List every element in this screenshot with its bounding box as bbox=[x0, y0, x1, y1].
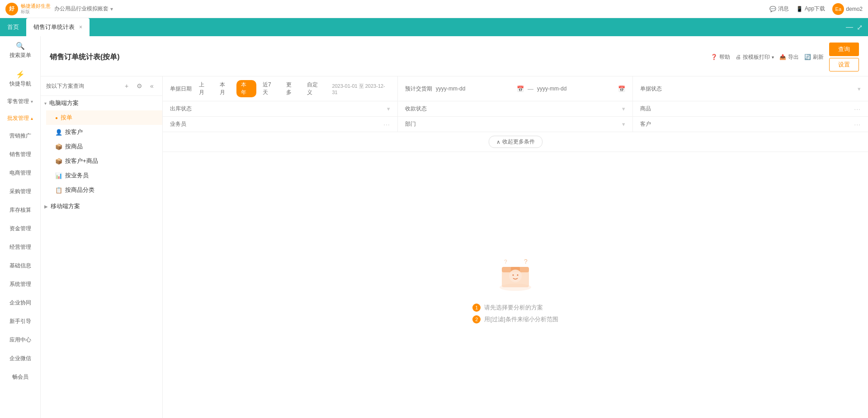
date-btn-last-month[interactable]: 上月 bbox=[195, 80, 213, 97]
calendar-end-icon[interactable]: 📅 bbox=[618, 86, 625, 92]
user-menu[interactable]: Ea demo2 bbox=[832, 3, 863, 15]
sidebar-item-enterprise[interactable]: 企业协同 bbox=[0, 294, 40, 312]
status-chevron-down-icon[interactable]: ▾ bbox=[858, 86, 861, 92]
filter-cell-salesperson: 业务员 ··· bbox=[163, 117, 398, 132]
sidebar-item-inventory[interactable]: 库存核算 bbox=[0, 201, 40, 219]
window-minimize-icon[interactable]: — bbox=[846, 23, 853, 31]
tree-customer-icon: 👤 bbox=[55, 129, 62, 136]
filter-cell-payment: 收款状态 ▾ bbox=[398, 101, 633, 116]
collapse-button[interactable]: ∧ 收起更多条件 bbox=[489, 136, 542, 148]
salesperson-input[interactable] bbox=[190, 121, 380, 128]
left-panel-header: 按以下方案查询 + ⚙ « bbox=[41, 76, 162, 96]
date-btn-last7[interactable]: 近7天 bbox=[259, 80, 280, 97]
product-more-icon[interactable]: ··· bbox=[854, 105, 861, 113]
tip-2-num: 2 bbox=[472, 315, 481, 323]
customer-more-icon[interactable]: ··· bbox=[854, 121, 861, 128]
left-panel: 按以下方案查询 + ⚙ « ▾ 电脑端方案 ● 按单 👤 bbox=[41, 76, 163, 418]
sidebar-item-sales[interactable]: 销售管理 bbox=[0, 145, 40, 164]
tree-item-by-order[interactable]: ● 按单 bbox=[46, 110, 162, 125]
sidebar-item-quick-nav[interactable]: ⚡ 快捷导航 bbox=[0, 65, 40, 93]
sidebar-item-purchase[interactable]: 采购管理 bbox=[0, 182, 40, 201]
filter-cell-date: 单据日期 上月 本月 本年 近7天 更多 自定义 2023-01-01 至 20… bbox=[163, 76, 398, 101]
message-button[interactable]: 💬 消息 bbox=[769, 5, 789, 13]
export-button[interactable]: 📤 导出 bbox=[779, 53, 799, 61]
sidebar-item-ecommerce[interactable]: 电商管理 bbox=[0, 164, 40, 182]
panels-row: 按以下方案查询 + ⚙ « ▾ 电脑端方案 ● 按单 👤 bbox=[41, 76, 868, 418]
customer-input[interactable] bbox=[655, 121, 850, 128]
payment-chevron-down-icon[interactable]: ▾ bbox=[622, 105, 625, 112]
help-button[interactable]: ❓ 帮助 bbox=[711, 53, 730, 61]
sidebar-item-member[interactable]: 畅会员 bbox=[0, 368, 40, 386]
tree-item-by-product[interactable]: 📦 按商品 bbox=[46, 139, 162, 154]
expected-date-start-input[interactable] bbox=[436, 86, 513, 92]
print-button[interactable]: 🖨 按模板打印 ▾ bbox=[736, 53, 774, 61]
delivery-chevron-down-icon[interactable]: ▾ bbox=[387, 105, 390, 112]
sidebar-item-newbie[interactable]: 新手引导 bbox=[0, 312, 40, 331]
search-button[interactable]: 查询 bbox=[829, 43, 859, 56]
department-chevron-down-icon[interactable]: ▾ bbox=[622, 121, 625, 128]
settings-button[interactable]: 设置 bbox=[829, 58, 859, 71]
svg-point-4 bbox=[509, 270, 522, 282]
tab-home[interactable]: 首页 bbox=[0, 18, 26, 36]
svg-point-5 bbox=[513, 275, 514, 276]
sidebar-item-system[interactable]: 系统管理 bbox=[0, 275, 40, 294]
empty-tip-2: 2 用[过滤]条件来缩小分析范围 bbox=[472, 315, 558, 323]
filter-area: 单据日期 上月 本月 本年 近7天 更多 自定义 2023-01-01 至 20… bbox=[163, 76, 868, 152]
date-range-text: 2023-01-01 至 2023-12-31 bbox=[332, 83, 390, 95]
tab-sales-order-stats[interactable]: 销售订单统计表 × bbox=[26, 18, 90, 36]
filter-row-3: 业务员 ··· 部门 ▾ 客户 ··· bbox=[163, 117, 868, 132]
top-bar: 好 畅捷通好生意 标版 办公用品行业模拟账套 ▾ 💬 消息 📱 App下载 Ea… bbox=[0, 0, 868, 18]
collapse-panel-icon[interactable]: « bbox=[147, 81, 157, 91]
filter-cell-customer: 客户 ··· bbox=[633, 117, 868, 132]
refresh-button[interactable]: 🔄 刷新 bbox=[804, 53, 824, 61]
tree-item-by-customer[interactable]: 👤 按客户 bbox=[46, 125, 162, 139]
sidebar-item-operations[interactable]: 经营管理 bbox=[0, 238, 40, 256]
tab-close-icon[interactable]: × bbox=[79, 24, 82, 30]
tree-section-pc[interactable]: ▾ 电脑端方案 bbox=[41, 96, 162, 110]
help-icon: ❓ bbox=[711, 54, 717, 60]
sidebar-item-basic[interactable]: 基础信息 bbox=[0, 256, 40, 275]
tab-bar-right: — ⤢ bbox=[846, 23, 868, 32]
breadcrumb-chevron-icon[interactable]: ▾ bbox=[110, 6, 113, 12]
svg-text:?: ? bbox=[524, 258, 528, 265]
tree-expand-icon: ▾ bbox=[44, 101, 47, 106]
scheme-settings-icon[interactable]: ⚙ bbox=[134, 81, 144, 91]
tree-item-by-product-category[interactable]: 📋 按商品分类 bbox=[46, 183, 162, 197]
tree-item-by-customer-product[interactable]: 📦 按客户+商品 bbox=[46, 154, 162, 168]
filter-cell-product: 商品 ··· bbox=[633, 101, 868, 116]
salesperson-more-icon[interactable]: ··· bbox=[383, 121, 390, 128]
filter-cell-delivery: 出库状态 ▾ bbox=[163, 101, 398, 116]
main-content: 🔍 搜索菜单 ⚡ 快捷导航 零售管理 ▾ 批发管理 ▴ 营销推广 销售管理 电商… bbox=[0, 36, 868, 418]
empty-tip-1: 1 请先选择要分析的方案 bbox=[472, 304, 558, 312]
product-input[interactable] bbox=[655, 106, 850, 112]
tree-mobile-arrow-icon: ▶ bbox=[44, 204, 48, 209]
app-download-button[interactable]: 📱 App下载 bbox=[796, 5, 825, 13]
window-maximize-icon[interactable]: ⤢ bbox=[857, 23, 863, 32]
date-btn-custom[interactable]: 自定义 bbox=[303, 80, 326, 97]
expected-date-end-input[interactable] bbox=[537, 86, 614, 92]
date-btn-this-year[interactable]: 本年 bbox=[236, 80, 256, 97]
filter-cell-status: 单据状态 ▾ bbox=[633, 76, 868, 101]
content-area: 销售订单统计表(按单) ❓ 帮助 🖨 按模板打印 ▾ 📤 导出 🔄 刷新 bbox=[41, 36, 868, 418]
tip-1-num: 1 bbox=[472, 304, 481, 312]
sidebar-item-finance[interactable]: 资金管理 bbox=[0, 219, 40, 238]
sidebar-item-retail[interactable]: 零售管理 ▾ bbox=[0, 93, 40, 110]
sidebar-item-search-menu[interactable]: 🔍 搜索菜单 bbox=[0, 36, 40, 65]
tree-item-by-salesperson[interactable]: 📊 按业务员 bbox=[46, 168, 162, 183]
sidebar-item-wechat[interactable]: 企业微信 bbox=[0, 349, 40, 368]
tree-section-mobile[interactable]: ▶ 移动端方案 bbox=[41, 199, 162, 214]
page-header: 销售订单统计表(按单) ❓ 帮助 🖨 按模板打印 ▾ 📤 导出 🔄 刷新 bbox=[41, 36, 868, 76]
add-scheme-button[interactable]: + bbox=[122, 81, 132, 91]
print-chevron-icon: ▾ bbox=[772, 55, 774, 60]
collapse-icon: ∧ bbox=[496, 139, 500, 145]
sidebar-item-wholesale[interactable]: 批发管理 ▴ bbox=[0, 110, 40, 127]
page-actions: ❓ 帮助 🖨 按模板打印 ▾ 📤 导出 🔄 刷新 查询 bbox=[711, 43, 859, 71]
sidebar-item-marketing[interactable]: 营销推广 bbox=[0, 127, 40, 145]
empty-tips: 1 请先选择要分析的方案 2 用[过滤]条件来缩小分析范围 bbox=[472, 304, 558, 323]
calendar-start-icon[interactable]: 📅 bbox=[517, 86, 524, 92]
date-btn-this-month[interactable]: 本月 bbox=[216, 80, 234, 97]
sidebar-item-app-center[interactable]: 应用中心 bbox=[0, 331, 40, 349]
refresh-icon: 🔄 bbox=[804, 54, 811, 60]
sidebar: 🔍 搜索菜单 ⚡ 快捷导航 零售管理 ▾ 批发管理 ▴ 营销推广 销售管理 电商… bbox=[0, 36, 41, 418]
date-btn-more[interactable]: 更多 bbox=[283, 80, 301, 97]
